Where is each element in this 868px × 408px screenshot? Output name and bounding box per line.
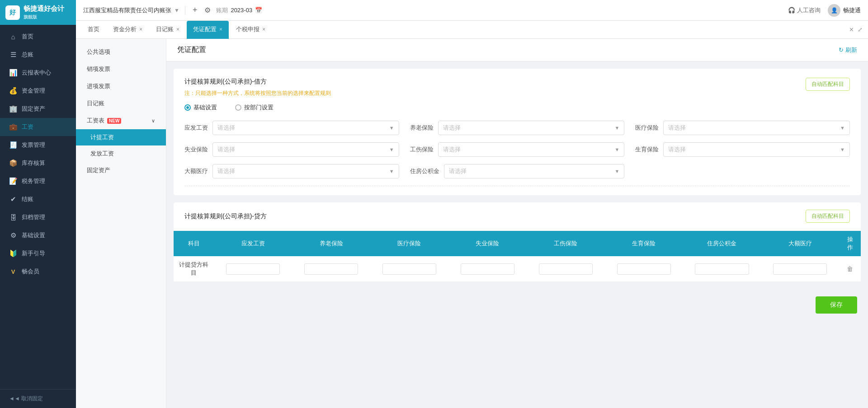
row-maternity-input[interactable] — [617, 263, 671, 275]
save-button[interactable]: 保存 — [816, 296, 857, 314]
debit-auto-match-button[interactable]: 自动匹配科目 — [806, 78, 850, 91]
radio-basic[interactable]: 基础设置 — [184, 103, 217, 112]
sidebar-sales[interactable]: 销项发票 — [76, 61, 166, 78]
credit-auto-match-button[interactable]: 自动匹配科目 — [806, 210, 850, 223]
content-area: 公共选项 销项发票 进项发票 日记账 工资表 NEW ∨ 计提工资 发放工资 — [76, 39, 868, 408]
expand-arrow-icon: ∨ — [151, 118, 155, 124]
sidebar-item-home[interactable]: ⌂ 首页 — [0, 28, 76, 46]
gross-salary-select[interactable]: 请选择 ▼ — [212, 121, 399, 135]
row-gross-input[interactable] — [226, 263, 280, 275]
unemployment-label: 失业保险 — [184, 145, 208, 154]
sidebar-journal[interactable]: 日记账 — [76, 95, 166, 112]
tab-funds[interactable]: 资金分析 × — [107, 21, 149, 39]
row-injury-input[interactable] — [539, 263, 593, 275]
period-selector[interactable]: 账期 2023-03 📅 — [216, 6, 262, 14]
sidebar-item-cloud[interactable]: 📊 云报表中心 — [0, 64, 76, 82]
tab-voucher[interactable]: 凭证配置 × — [187, 21, 229, 39]
row-maternity-input-cell — [605, 256, 683, 282]
field-medical: 医疗保险 请选择 ▼ — [635, 121, 850, 135]
maternity-label: 生育保险 — [635, 145, 659, 154]
debit-section: 计提核算规则(公司承担)-借方 注：只能选择一种方式，系统将按照您当前的选择来配… — [174, 69, 861, 195]
topbar-settings-icon[interactable]: ⚙ — [204, 6, 211, 14]
sidebar-item-archive[interactable]: 🗄 归档管理 — [0, 208, 76, 226]
row-housing-input-cell — [683, 256, 761, 282]
col-subject: 科目 — [174, 231, 214, 256]
sidebar-pay-salary[interactable]: 发放工资 — [76, 145, 166, 162]
topbar: 江西服宝精品有限责任公司内账张 ▼ + ⚙ 账期 2023-03 📅 🎧 人工咨… — [76, 0, 868, 21]
radio-basic-circle — [184, 104, 191, 111]
tabs-right-actions: ✕ ⤢ — [849, 26, 863, 33]
user-avatar: 👤 — [828, 4, 840, 17]
debit-form-grid: 应发工资 请选择 ▼ 养老保险 请选择 ▼ 医疗 — [184, 121, 850, 178]
sidebar-item-funds[interactable]: 💰 资金管理 — [0, 82, 76, 100]
tab-close-all-icon[interactable]: ✕ — [849, 26, 854, 33]
delete-row-button[interactable]: 🗑 — [847, 265, 853, 272]
maternity-select[interactable]: 请选择 ▼ — [663, 142, 850, 157]
radio-department[interactable]: 按部门设置 — [235, 103, 274, 112]
tab-expand-icon[interactable]: ⤢ — [858, 26, 863, 33]
sidebar-item-settle[interactable]: ✔ 结账 — [0, 190, 76, 208]
sidebar-fixed-assets[interactable]: 固定资产 — [76, 162, 166, 179]
credit-table: 科目 应发工资 养老保险 医疗保险 失业保险 工伤保险 生育保险 住房公积金 大… — [174, 231, 861, 282]
sidebar-item-salary[interactable]: 💼 工资 — [0, 118, 76, 136]
col-medical: 医疗保险 — [370, 231, 448, 256]
topbar-divider-1 — [185, 6, 185, 15]
tab-journal[interactable]: 日记账 × — [150, 21, 186, 39]
member-icon: V — [9, 268, 17, 275]
col-housing: 住房公积金 — [683, 231, 761, 256]
inventory-icon: 📦 — [9, 159, 17, 167]
sidebar-public[interactable]: 公共选项 — [76, 43, 166, 61]
refresh-label: 刷新 — [845, 46, 857, 54]
row-housing-input[interactable] — [695, 263, 749, 275]
sidebar-purchase-label: 进项发票 — [87, 82, 110, 90]
sidebar-item-ledger[interactable]: ☰ 总账 — [0, 46, 76, 64]
medical-label: 医疗保险 — [635, 124, 659, 132]
refresh-button[interactable]: ↻ 刷新 — [839, 46, 857, 54]
service-label: 人工咨询 — [797, 6, 821, 14]
large-medical-select[interactable]: 请选择 ▼ — [212, 164, 399, 178]
company-dropdown-icon: ▼ — [174, 7, 179, 14]
col-maternity: 生育保险 — [605, 231, 683, 256]
housing-fund-label: 住房公积金 — [410, 167, 439, 175]
sidebar-item-member[interactable]: V 畅会员 — [0, 263, 76, 281]
add-button[interactable]: + — [191, 5, 199, 15]
tab-voucher-close[interactable]: × — [219, 26, 222, 33]
sidebar-item-tax[interactable]: 📝 税务管理 — [0, 172, 76, 190]
company-selector[interactable]: 江西服宝精品有限责任公司内账张 ▼ — [83, 6, 179, 14]
sidebar-salary-table[interactable]: 工资表 NEW ∨ — [76, 112, 166, 129]
tab-funds-close[interactable]: × — [139, 26, 142, 33]
ledger-icon: ☰ — [9, 51, 17, 59]
row-large-medical-input[interactable] — [773, 263, 827, 275]
tab-tax-close[interactable]: × — [262, 26, 265, 33]
sidebar-item-assets[interactable]: 🏢 固定资产 — [0, 100, 76, 118]
archive-icon: 🗄 — [9, 214, 17, 221]
sidebar-item-invoice[interactable]: 🧾 发票管理 — [0, 136, 76, 154]
tabs-bar: 首页 资金分析 × 日记账 × 凭证配置 × 个税申报 × ✕ ⤢ — [76, 21, 868, 39]
new-badge: NEW — [107, 118, 121, 124]
row-pension-input[interactable] — [304, 263, 358, 275]
housing-fund-select[interactable]: 请选择 ▼ — [444, 164, 625, 178]
logo-icon: 好 — [5, 5, 20, 20]
medical-select[interactable]: 请选择 ▼ — [663, 121, 850, 135]
injury-select[interactable]: 请选择 ▼ — [438, 142, 625, 157]
sidebar-purchase[interactable]: 进项发票 — [76, 78, 166, 95]
sidebar-item-settings[interactable]: ⚙ 基础设置 — [0, 226, 76, 244]
home-icon: ⌂ — [9, 33, 17, 41]
tab-journal-close[interactable]: × — [176, 26, 179, 33]
col-pension: 养老保险 — [292, 231, 370, 256]
tab-tax[interactable]: 个税申报 × — [230, 21, 272, 39]
field-housing-fund: 住房公积金 请选择 ▼ — [410, 164, 625, 178]
unemployment-select[interactable]: 请选择 ▼ — [212, 142, 399, 157]
service-button[interactable]: 🎧 人工咨询 — [788, 6, 821, 14]
pension-select[interactable]: 请选择 ▼ — [438, 121, 625, 135]
sidebar-item-inventory[interactable]: 📦 库存核算 — [0, 154, 76, 172]
field-gross-salary: 应发工资 请选择 ▼ — [184, 121, 399, 135]
housing-fund-arrow: ▼ — [614, 169, 619, 174]
row-medical-input[interactable] — [382, 263, 436, 275]
cancel-fixed-button[interactable]: ◄◄ 取消固定 — [0, 389, 76, 408]
row-unemployment-input[interactable] — [461, 263, 514, 275]
user-menu[interactable]: 👤 畅捷通 — [828, 4, 861, 17]
sidebar-calc-salary[interactable]: 计提工资 — [76, 129, 166, 145]
sidebar-item-guide[interactable]: 🔰 新手引导 — [0, 244, 76, 263]
tab-home[interactable]: 首页 — [81, 21, 106, 39]
